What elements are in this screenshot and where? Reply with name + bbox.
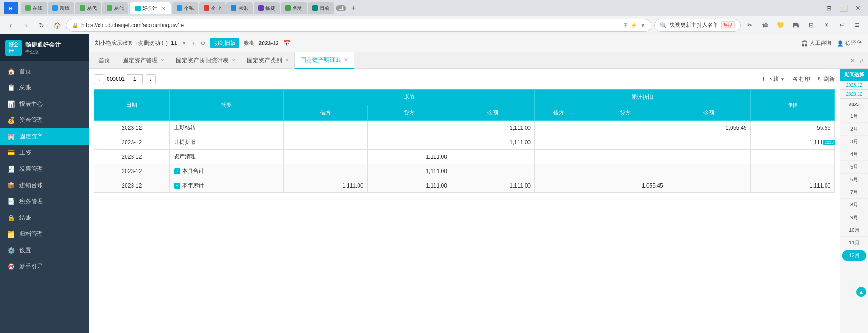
period-month-3[interactable]: 3月 xyxy=(840,136,868,148)
nav-item-funds[interactable]: 💰 资金管理 xyxy=(0,112,89,128)
tab-fixed-mgmt[interactable]: 固定资产管理 ✕ xyxy=(117,52,170,69)
row1-accum-credit xyxy=(583,121,667,135)
tab-tengxun[interactable]: 腾讯 xyxy=(226,2,253,14)
invoice-nav-icon: 🧾 xyxy=(7,165,15,173)
row5-orig-balance: 1,111.00 xyxy=(451,178,534,193)
row2-orig-balance: 1,111.00 xyxy=(451,135,534,150)
address-input[interactable]: 🔒 https://cloud.chanjet.com/accounting/u… xyxy=(66,19,651,32)
tab-gedi[interactable]: 各地 xyxy=(281,2,307,14)
print-btn[interactable]: 🖨 打印 xyxy=(792,75,810,83)
nav-item-home[interactable]: 🏠 首页 xyxy=(0,63,89,80)
refresh-btn[interactable]: ↻ xyxy=(35,19,48,32)
tab-yidai2[interactable]: 易代 xyxy=(102,2,128,14)
tab-zaixin[interactable]: 在线 xyxy=(21,2,47,14)
tab-haokuaiji[interactable]: 好会计 ✕ xyxy=(129,2,171,14)
tab-fixed-ledger-close[interactable]: ✕ xyxy=(344,57,348,63)
nav-item-closing[interactable]: 🔒 结账 xyxy=(0,210,89,226)
window-close-btn[interactable]: ✕ xyxy=(852,2,864,14)
tab-fixed-depr-close[interactable]: ✕ xyxy=(231,57,236,63)
next-page-btn[interactable]: › xyxy=(146,74,156,84)
row2-orig-credit xyxy=(367,135,451,150)
tab-fixed-mgmt-close[interactable]: ✕ xyxy=(160,57,165,63)
browser-favicon: e xyxy=(4,2,18,14)
switch-version-btn[interactable]: 切到旧版 xyxy=(210,38,239,48)
calendar-icon[interactable]: 📅 xyxy=(283,40,291,47)
period-month-2[interactable]: 2月 xyxy=(840,123,868,136)
nav-item-archive[interactable]: 🗂️ 归档管理 xyxy=(0,226,89,242)
app-container: 好会计 畅捷通好会计 专业版 🏠 首页 📋 总账 📊 报表中心 💰 资金管理 xyxy=(0,34,868,333)
nav-item-payroll[interactable]: 💳 工资 xyxy=(0,145,89,161)
tab-zaixin-label: 在线 xyxy=(33,5,42,12)
tab-qiye[interactable]: 企业 xyxy=(199,2,226,14)
sun-icon[interactable]: ☀ xyxy=(820,19,833,32)
nav-item-ledger[interactable]: 📋 总账 xyxy=(0,80,89,96)
period-month-9[interactable]: 9月 xyxy=(840,211,868,224)
add-company-btn[interactable]: + xyxy=(191,39,195,47)
prev-page-btn[interactable]: ‹ xyxy=(94,74,104,84)
period-selected-end: 2023.12 xyxy=(840,90,868,99)
translate-icon[interactable]: 译 xyxy=(759,19,771,32)
tab-fixed-cat-close[interactable]: ✕ xyxy=(285,57,289,63)
game-icon[interactable]: 🎮 xyxy=(789,19,802,32)
dropdown-icon[interactable]: ▼ xyxy=(640,22,646,28)
period-month-8[interactable]: 8月 xyxy=(840,199,868,211)
nav-item-guide[interactable]: 🎯 新手引导 xyxy=(0,258,89,275)
period-month-5[interactable]: 5月 xyxy=(840,161,868,174)
nav-item-tax[interactable]: 📑 税务管理 xyxy=(0,193,89,210)
settings-btn[interactable]: ⚙ xyxy=(200,40,206,47)
wallet-icon[interactable]: 💛 xyxy=(774,19,787,32)
tab-home[interactable]: 首页 xyxy=(92,52,117,69)
period-month-7[interactable]: 7月 xyxy=(840,186,868,199)
tab-yidai1[interactable]: 易代 xyxy=(75,2,101,14)
tab-fixed-depr[interactable]: 固定资产折旧统计表 ✕ xyxy=(170,52,241,69)
support-btn[interactable]: 🎧 人工咨询 xyxy=(801,39,831,47)
tab-geshui[interactable]: 个税 xyxy=(172,2,198,14)
nav-closing-label: 结账 xyxy=(19,214,31,222)
download-btn[interactable]: ⬇ 下载 ▼ xyxy=(761,75,785,83)
period-month-11[interactable]: 11月 xyxy=(840,237,868,249)
download-arrow: ▼ xyxy=(780,77,785,82)
page-input[interactable] xyxy=(127,74,143,84)
tab-muqian[interactable]: 目前 xyxy=(308,2,334,14)
nav-item-inventory[interactable]: 📦 进销台账 xyxy=(0,177,89,193)
lightning-icon[interactable]: ⚡ xyxy=(631,22,637,28)
period-month-12[interactable]: 12月 xyxy=(842,250,866,261)
col-accum-depr: 累计折旧 xyxy=(534,90,750,105)
refresh-btn[interactable]: ↻ 刷新 xyxy=(817,75,835,83)
nav-item-invoice[interactable]: 🧾 发票管理 xyxy=(0,161,89,177)
nav-item-reports[interactable]: 📊 报表中心 xyxy=(0,96,89,112)
period-month-4[interactable]: 4月 xyxy=(840,148,868,161)
forward-btn[interactable]: › xyxy=(20,19,33,32)
nav-payroll-label: 工资 xyxy=(19,149,31,157)
panel-close-btn[interactable]: ✕ xyxy=(850,57,855,64)
tab-fixed-ledger[interactable]: 固定资产明细账 ✕ xyxy=(295,52,354,69)
tab-changjie[interactable]: 畅捷 xyxy=(254,2,280,14)
dropdown-arrow[interactable]: ▼ xyxy=(181,40,187,47)
period-month-1[interactable]: 1月 xyxy=(840,110,868,123)
home-btn[interactable]: 🏠 xyxy=(51,19,63,32)
tab-bar: e 在线 新版 易代 易代 好会计 ✕ 个税 企业 xyxy=(0,0,868,16)
period-month-10[interactable]: 10月 xyxy=(840,224,868,237)
row5-summary-text: 本年累计 xyxy=(182,182,204,189)
user-btn[interactable]: 👤 徐译华 xyxy=(837,39,862,47)
qr-icon[interactable]: ⊞ xyxy=(623,22,628,28)
window-restore-btn[interactable]: ⊟ xyxy=(823,2,835,14)
tab-yidai2-label: 易代 xyxy=(114,5,124,12)
new-tab-btn[interactable]: + xyxy=(347,2,360,14)
scroll-up-indicator[interactable]: ▲ xyxy=(856,287,866,297)
scissors-icon[interactable]: ✂ xyxy=(743,19,756,32)
tab-fixed-cat[interactable]: 固定资产类别 ✕ xyxy=(241,52,295,69)
tab-xinban[interactable]: 新版 xyxy=(48,2,74,14)
nav-item-settings[interactable]: ⚙️ 设置 xyxy=(0,242,89,258)
grid-icon[interactable]: ⊞ xyxy=(805,19,817,32)
menu-icon[interactable]: ≡ xyxy=(851,19,863,32)
row5-accum-credit: 1,055.45 xyxy=(583,178,667,193)
back-btn[interactable]: ‹ xyxy=(5,19,17,32)
window-maximize-btn[interactable]: ⬜ xyxy=(837,2,850,14)
row3-orig-balance xyxy=(451,150,534,164)
panel-expand-btn[interactable]: ⤢ xyxy=(859,57,864,64)
period-month-6[interactable]: 6月 xyxy=(840,174,868,186)
undo-icon[interactable]: ↩ xyxy=(835,19,848,32)
nav-item-fixed-assets[interactable]: 🏢 固定资产 xyxy=(0,128,89,145)
tab-haokuaiji-close[interactable]: ✕ xyxy=(161,5,165,12)
